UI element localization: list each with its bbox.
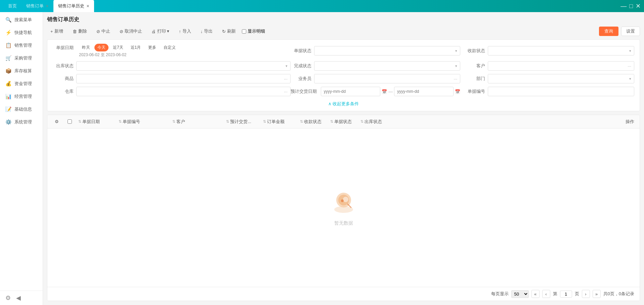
sidebar-item-sys-mgmt[interactable]: ⚙️ 系统管理 bbox=[0, 116, 43, 128]
tab-sales-order-history[interactable]: 销售订单历史 ✕ bbox=[53, 0, 94, 12]
col-no[interactable]: ⇅ 单据编号 bbox=[116, 119, 170, 125]
sort-delivery-icon[interactable]: ⇅ bbox=[226, 119, 229, 124]
sidebar-item-sales-mgmt[interactable]: 📋 销售管理 bbox=[0, 39, 43, 52]
export-button[interactable]: ↓ 导出 bbox=[197, 27, 216, 36]
minimize-icon[interactable]: — bbox=[620, 3, 627, 10]
first-page-button[interactable]: « bbox=[531, 290, 540, 298]
export-label: 导出 bbox=[204, 28, 213, 34]
tab-sales-order[interactable]: 销售订单 ✕ bbox=[22, 0, 53, 12]
maximize-icon[interactable]: □ bbox=[629, 3, 633, 10]
date-btn-custom[interactable]: 自定义 bbox=[161, 44, 179, 51]
sort-amount-icon[interactable]: ⇅ bbox=[263, 119, 266, 124]
sidebar-item-inventory[interactable]: 📦 库存核算 bbox=[0, 65, 43, 77]
filter-stock-out-field: 出库状态 ▾ bbox=[53, 61, 291, 71]
tab-sales-order-close[interactable]: ✕ bbox=[46, 4, 49, 8]
col-customer[interactable]: ⇅ 客户 bbox=[170, 119, 223, 125]
sidebar-item-search-menu[interactable]: 🔍 搜索菜单 bbox=[0, 13, 43, 26]
date-btn-more[interactable]: 更多 bbox=[145, 44, 159, 51]
sidebar-item-quick-nav[interactable]: ⚡ 快捷导航 bbox=[0, 26, 43, 39]
import-button[interactable]: ↑ 导入 bbox=[175, 27, 195, 36]
customer-select[interactable]: ··· bbox=[488, 61, 634, 71]
last-page-button[interactable]: » bbox=[593, 290, 601, 298]
col-delivery[interactable]: ⇅ 预计交货... bbox=[223, 119, 260, 125]
goods-dots[interactable]: ··· bbox=[284, 76, 288, 81]
per-page-select[interactable]: 50 10 20 100 bbox=[511, 290, 529, 298]
delete-button[interactable]: 🗑 删除 bbox=[69, 27, 90, 36]
cancel-stop-button[interactable]: ⊘ 取消中止 bbox=[116, 27, 145, 36]
prev-page-button[interactable]: ‹ bbox=[542, 290, 550, 298]
salesman-dots[interactable]: ··· bbox=[454, 76, 458, 81]
customer-dots[interactable]: ··· bbox=[628, 64, 631, 69]
page-number-input[interactable] bbox=[560, 291, 572, 298]
date-btn-today[interactable]: 今天 bbox=[94, 44, 109, 51]
warehouse-select[interactable]: ··· bbox=[76, 87, 291, 96]
col-delivery-label: 预计交货... bbox=[230, 119, 251, 125]
payment-status-select[interactable]: ▾ bbox=[488, 46, 634, 55]
export-icon: ↓ bbox=[201, 29, 203, 34]
warehouse-dots[interactable]: ··· bbox=[284, 89, 288, 94]
col-stock[interactable]: ⇅ 出库状态 bbox=[358, 119, 388, 125]
sidebar-settings-icon[interactable]: ⚙ bbox=[5, 294, 11, 302]
sort-date-icon[interactable]: ⇅ bbox=[78, 119, 81, 124]
query-button[interactable]: 查询 bbox=[599, 27, 618, 36]
stock-out-select[interactable]: ▾ bbox=[76, 61, 291, 71]
sort-customer-icon[interactable]: ⇅ bbox=[172, 119, 175, 124]
settings-button[interactable]: 设置 bbox=[621, 27, 640, 36]
display-columns-toggle[interactable]: 显示明细 bbox=[242, 28, 265, 34]
sidebar-item-basic-info-label: 基础信息 bbox=[14, 106, 32, 112]
col-amount[interactable]: ⇅ 订单金额 bbox=[260, 119, 297, 125]
new-button[interactable]: + 新增 bbox=[47, 27, 67, 36]
sidebar-item-purchase-mgmt[interactable]: 🛒 采购管理 bbox=[0, 52, 43, 65]
col-payment[interactable]: ⇅ 收款状态 bbox=[297, 119, 328, 125]
sidebar-item-basic-info[interactable]: 📝 基础信息 bbox=[0, 103, 43, 116]
sort-payment-icon[interactable]: ⇅ bbox=[300, 119, 303, 124]
delivery-date-calendar-from[interactable]: 📅 bbox=[382, 89, 387, 94]
sort-status-icon[interactable]: ⇅ bbox=[330, 119, 333, 124]
print-button[interactable]: 🖨 打印 ▾ bbox=[148, 27, 173, 36]
refresh-button[interactable]: ↻ 刷新 bbox=[219, 27, 239, 36]
sort-no-icon[interactable]: ⇅ bbox=[119, 119, 122, 124]
date-filter: 昨天 今天 近7天 近1月 更多 自定义 bbox=[79, 44, 179, 51]
customer-label: 客户 bbox=[464, 63, 488, 69]
collapse-more-conditions[interactable]: ∧ 收起更多条件 bbox=[53, 100, 634, 107]
close-window-icon[interactable]: ✕ bbox=[636, 2, 641, 10]
col-check[interactable] bbox=[63, 119, 76, 124]
refresh-icon: ↻ bbox=[222, 29, 226, 34]
next-page-button[interactable]: › bbox=[582, 290, 590, 298]
bill-status-select[interactable]: ▾ bbox=[314, 46, 461, 55]
display-columns-checkbox[interactable] bbox=[242, 29, 246, 34]
col-amount-label: 订单金额 bbox=[267, 119, 285, 125]
col-settings[interactable]: ⚙ bbox=[50, 119, 63, 124]
refresh-label: 刷新 bbox=[227, 28, 236, 34]
sidebar-collapse-icon[interactable]: ◀ bbox=[16, 294, 21, 302]
date-btn-yesterday[interactable]: 昨天 bbox=[79, 44, 93, 51]
delivery-date-to-input[interactable] bbox=[394, 87, 454, 96]
col-date[interactable]: ⇅ 单据日期 bbox=[76, 119, 116, 125]
sort-stock-icon[interactable]: ⇅ bbox=[360, 119, 363, 124]
department-select[interactable]: ▾ bbox=[488, 74, 634, 83]
complete-select[interactable]: ▾ bbox=[314, 61, 461, 71]
tab-sales-order-history-close[interactable]: ✕ bbox=[86, 4, 89, 8]
stop-button[interactable]: ⊘ 中止 bbox=[93, 27, 114, 36]
salesman-select[interactable]: ··· bbox=[314, 74, 461, 83]
date-btn-1month[interactable]: 近1月 bbox=[128, 44, 144, 51]
bill-no-input[interactable] bbox=[488, 87, 634, 96]
sidebar-item-finance[interactable]: 💰 资金管理 bbox=[0, 77, 43, 90]
goods-select[interactable]: ··· bbox=[76, 74, 291, 83]
department-label: 部门 bbox=[464, 76, 488, 82]
col-stock-label: 出库状态 bbox=[364, 119, 382, 125]
page-suffix-label: 页 bbox=[575, 291, 579, 297]
page-title: 销售订单历史 bbox=[47, 16, 640, 23]
empty-illustration bbox=[330, 189, 357, 216]
filter-row-4: 仓库 ··· 预计交货日期 📅 — 📅 单据编号 bbox=[53, 87, 634, 96]
operations-icon: 📊 bbox=[5, 93, 12, 100]
col-status[interactable]: ⇅ 单据状态 bbox=[328, 119, 358, 125]
sidebar-item-operations[interactable]: 📊 经营管理 bbox=[0, 90, 43, 103]
tab-home[interactable]: + 新增 首页 bbox=[3, 0, 22, 12]
select-all-checkbox[interactable] bbox=[68, 119, 72, 124]
delivery-date-label: 预计交货日期 bbox=[291, 88, 319, 94]
delivery-date-calendar-to[interactable]: 📅 bbox=[455, 89, 460, 94]
date-btn-7days[interactable]: 近7天 bbox=[110, 44, 126, 51]
delivery-date-from-input[interactable] bbox=[321, 87, 380, 96]
settings-gear-icon[interactable]: ⚙ bbox=[55, 119, 59, 124]
